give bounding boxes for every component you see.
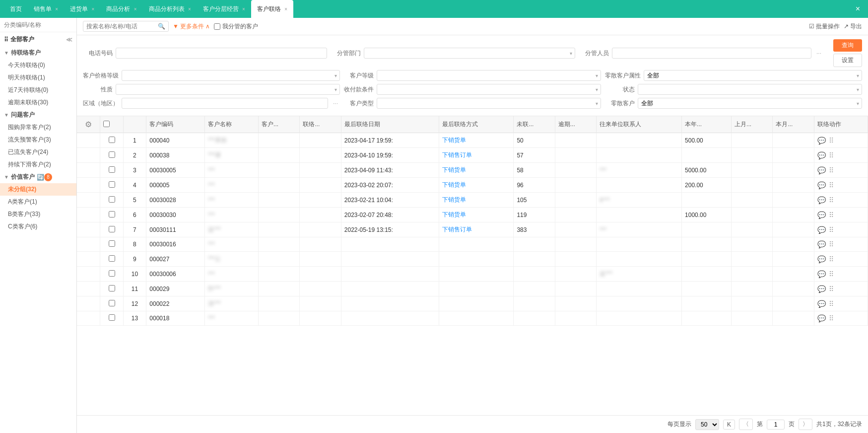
sidebar-item-declining[interactable]: 持续下滑客户(2) bbox=[0, 158, 76, 171]
more-icon[interactable]: ⠿ bbox=[829, 196, 834, 204]
more-filter-btn[interactable]: ▼ 更多条件 ∧ bbox=[173, 22, 210, 31]
more-icon[interactable]: ⠿ bbox=[829, 300, 834, 308]
close-product-analysis-tab[interactable]: × bbox=[134, 6, 137, 12]
contact-method-link[interactable]: 下销货单 bbox=[442, 137, 466, 144]
sidebar-item-ungrouped[interactable]: 未分组(32) bbox=[0, 183, 76, 196]
contact-method-link[interactable]: 下销货单 bbox=[442, 211, 466, 218]
sidebar-group-value[interactable]: ▼ 价值客户 🔄 8 bbox=[0, 171, 76, 183]
row-checkbox[interactable] bbox=[109, 226, 115, 232]
window-close[interactable]: × bbox=[852, 4, 864, 13]
filter-nature-select[interactable] bbox=[116, 84, 340, 95]
row-checkbox[interactable] bbox=[109, 300, 115, 306]
sidebar-group-problem[interactable]: ▼ 问题客户 bbox=[0, 109, 76, 121]
more-icon[interactable]: ⠿ bbox=[829, 151, 834, 159]
more-icon[interactable]: ⠿ bbox=[829, 181, 834, 189]
row-checkbox[interactable] bbox=[109, 255, 115, 262]
toolbar-search-icon[interactable]: 🔍 bbox=[158, 23, 165, 30]
per-page-select[interactable]: 50 bbox=[695, 419, 719, 430]
tab-sales[interactable]: 销售单 × bbox=[28, 0, 64, 18]
tab-purchase[interactable]: 进货单 × bbox=[64, 0, 100, 18]
filter-scatter-customer-select[interactable]: 全部 bbox=[638, 98, 862, 109]
prev-page-btn[interactable]: 〈 bbox=[739, 419, 753, 430]
sidebar-collapse-icon[interactable]: ≪ bbox=[66, 36, 72, 43]
filter-price-level-select[interactable] bbox=[122, 70, 340, 81]
contact-method-link[interactable]: 下销货单 bbox=[442, 196, 466, 203]
message-icon[interactable]: 💬 bbox=[817, 255, 826, 263]
sidebar-item-today-pending[interactable]: 今天待联络(0) bbox=[0, 59, 76, 72]
filter-status-select[interactable] bbox=[638, 84, 862, 95]
sidebar-group-pending[interactable]: ▼ 待联络客户 bbox=[0, 47, 76, 59]
more-icon[interactable]: ⠿ bbox=[829, 255, 834, 263]
contact-method-link[interactable]: 下销售订单 bbox=[442, 151, 472, 158]
message-icon[interactable]: 💬 bbox=[817, 211, 826, 219]
sidebar-item-churn-warning[interactable]: 流失预警客户(3) bbox=[0, 134, 76, 146]
value-group-refresh[interactable]: 🔄 bbox=[37, 174, 44, 181]
close-product-analysis-list-tab[interactable]: × bbox=[188, 6, 191, 12]
row-checkbox[interactable] bbox=[109, 211, 115, 217]
contact-method-link[interactable]: 下销货单 bbox=[442, 166, 466, 173]
row-checkbox[interactable] bbox=[109, 314, 115, 321]
filter-scatter-attr-select[interactable]: 全部 bbox=[644, 70, 862, 81]
close-customer-contact-tab[interactable]: × bbox=[284, 6, 287, 12]
page-number-input[interactable] bbox=[767, 420, 785, 430]
message-icon[interactable]: 💬 bbox=[817, 285, 826, 293]
query-button[interactable]: 查询 bbox=[833, 39, 862, 52]
message-icon[interactable]: 💬 bbox=[817, 196, 826, 204]
message-icon[interactable]: 💬 bbox=[817, 137, 826, 144]
tab-customer-contact[interactable]: 客户联络 × bbox=[251, 0, 293, 18]
row-checkbox[interactable] bbox=[109, 181, 115, 188]
more-icon[interactable]: ⠿ bbox=[829, 226, 834, 234]
filter-region-input[interactable] bbox=[122, 98, 328, 109]
message-icon[interactable]: 💬 bbox=[817, 166, 826, 174]
row-checkbox[interactable] bbox=[109, 240, 115, 247]
export-btn[interactable]: ↗ 导出 bbox=[844, 22, 862, 31]
tab-customer-tier[interactable]: 客户分层经营 × bbox=[197, 0, 251, 18]
row-checkbox[interactable] bbox=[109, 151, 115, 158]
gear-icon[interactable]: ⚙ bbox=[85, 120, 92, 129]
filter-customer-level-select[interactable] bbox=[377, 70, 601, 81]
search-input[interactable] bbox=[86, 23, 156, 30]
filter-phone-input[interactable] bbox=[116, 48, 327, 59]
filter-payment-select[interactable] bbox=[377, 84, 601, 95]
row-checkbox[interactable] bbox=[109, 270, 115, 277]
filter-manager-input[interactable] bbox=[612, 48, 811, 59]
message-icon[interactable]: 💬 bbox=[817, 314, 826, 322]
sidebar-item-churned[interactable]: 已流失客户(24) bbox=[0, 146, 76, 158]
more-icon[interactable]: ⠿ bbox=[829, 211, 834, 219]
more-icon[interactable]: ⠿ bbox=[829, 166, 834, 174]
close-sales-tab[interactable]: × bbox=[55, 6, 58, 12]
my-customers-checkbox-label[interactable]: 我分管的客户 bbox=[214, 22, 258, 31]
more-icon[interactable]: ⠿ bbox=[829, 137, 834, 144]
row-checkbox[interactable] bbox=[109, 285, 115, 291]
batch-operation-btn[interactable]: ☑ 批量操作 bbox=[809, 22, 840, 31]
filter-region-dots[interactable]: ··· bbox=[331, 100, 340, 107]
message-icon[interactable]: 💬 bbox=[817, 300, 826, 308]
next-page-btn[interactable]: 〉 bbox=[799, 419, 812, 430]
message-icon[interactable]: 💬 bbox=[817, 240, 826, 248]
my-customers-checkbox[interactable] bbox=[214, 23, 220, 30]
message-icon[interactable]: 💬 bbox=[817, 270, 826, 278]
message-icon[interactable]: 💬 bbox=[817, 151, 826, 159]
sidebar-search-input[interactable] bbox=[4, 21, 77, 28]
tab-product-analysis-list[interactable]: 商品分析列表 × bbox=[143, 0, 197, 18]
sidebar-item-b-class[interactable]: B类客户(33) bbox=[0, 208, 76, 220]
sidebar-all-customers[interactable]: ⠿ 全部客户 ≪ bbox=[0, 32, 76, 47]
sidebar-item-c-class[interactable]: C类客户(6) bbox=[0, 220, 76, 233]
first-page-btn[interactable]: K bbox=[723, 420, 735, 430]
row-checkbox[interactable] bbox=[109, 166, 115, 173]
tab-home[interactable]: 首页 bbox=[4, 0, 28, 18]
sidebar-item-tomorrow-pending[interactable]: 明天待联络(1) bbox=[0, 72, 76, 84]
sidebar-item-7day-pending[interactable]: 近7天待联络(0) bbox=[0, 84, 76, 96]
tab-product-analysis[interactable]: 商品分析 × bbox=[100, 0, 142, 18]
filter-customer-type-select[interactable] bbox=[377, 98, 601, 109]
sidebar-item-a-class[interactable]: A类客户(1) bbox=[0, 196, 76, 208]
message-icon[interactable]: 💬 bbox=[817, 181, 826, 189]
close-purchase-tab[interactable]: × bbox=[92, 6, 95, 12]
more-icon[interactable]: ⠿ bbox=[829, 285, 834, 293]
close-customer-tier-tab[interactable]: × bbox=[242, 6, 245, 12]
contact-method-link[interactable]: 下销货单 bbox=[442, 181, 466, 188]
more-icon[interactable]: ⠿ bbox=[829, 314, 834, 322]
row-checkbox[interactable] bbox=[109, 137, 115, 143]
sidebar-item-overdue-pending[interactable]: 逾期未联络(30) bbox=[0, 96, 76, 109]
reset-button[interactable]: 设置 bbox=[833, 54, 862, 67]
